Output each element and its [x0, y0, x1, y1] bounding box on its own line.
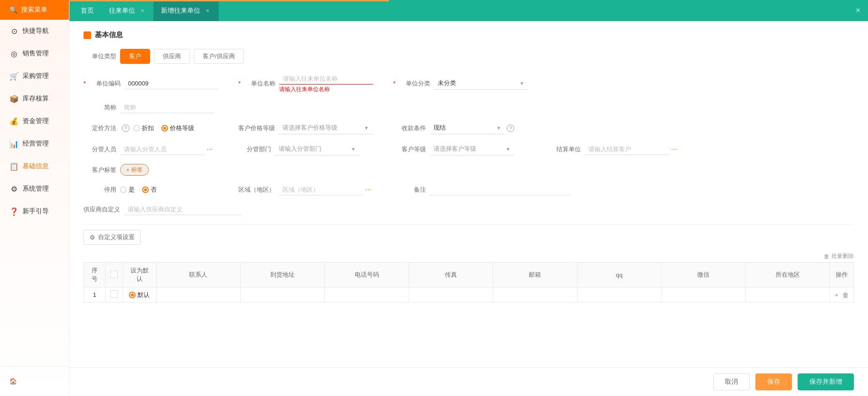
unit-type-supplier-btn[interactable]: 供应商	[154, 49, 190, 64]
contact-input[interactable]	[161, 291, 236, 298]
pricing-discount-label: 折扣	[142, 124, 154, 132]
table-header-row: 序号 设为默认 联系人 到货地址 电话号码 传真 邮箱 qq 微信 所在地区 操…	[84, 263, 854, 287]
short-name-label: 简称	[84, 103, 116, 112]
unit-code-label: 单位编码	[88, 79, 121, 88]
th-region: 所在地区	[746, 263, 830, 287]
sidebar-home-icon[interactable]: 🏠	[0, 371, 69, 391]
td-contact[interactable]	[156, 287, 240, 303]
region-input[interactable]	[279, 184, 363, 195]
disable-no-label: 否	[151, 186, 157, 194]
tag-add-btn[interactable]: + 标签	[120, 164, 149, 176]
manager-more-icon[interactable]: ···	[205, 145, 214, 154]
fax-input[interactable]	[414, 291, 488, 298]
custom-settings-label: 自定义项设置	[98, 233, 135, 241]
unit-name-input[interactable]	[279, 73, 373, 85]
search-menu[interactable]: 🔍 搜索菜单	[0, 0, 69, 20]
payment-terms-help-icon[interactable]: ?	[507, 124, 514, 132]
row-checkbox[interactable]	[110, 290, 118, 298]
customer-price-select[interactable]: 请选择客户价格等级 ▼	[279, 122, 373, 134]
sidebar-item-operations[interactable]: 📊 经营管理	[0, 132, 69, 155]
cancel-button[interactable]: 取消	[713, 373, 750, 390]
td-wechat[interactable]	[662, 287, 746, 303]
td-region[interactable]	[746, 287, 830, 303]
pricing-radio-group: 折扣 价格等级	[133, 124, 194, 132]
tag-add-icon: +	[126, 167, 129, 173]
customer-price-arrow-icon: ▼	[364, 125, 369, 131]
table-region-input[interactable]	[750, 291, 824, 298]
tab-bar: 首页 往来单位 × 新增往来单位 × ×	[69, 0, 868, 21]
tab-home[interactable]: 首页	[73, 0, 101, 21]
tab-partners-close[interactable]: ×	[139, 7, 146, 15]
tab-new-partner-close[interactable]: ×	[204, 7, 211, 15]
pricing-discount-radio[interactable]: 折扣	[133, 124, 154, 132]
unit-type-customer-btn[interactable]: 客户	[120, 49, 150, 64]
td-fax[interactable]	[409, 287, 493, 303]
settlement-unit-more-icon[interactable]: ···	[669, 145, 679, 154]
unit-category-select[interactable]: 未分类 ▼	[434, 77, 528, 90]
phone-input[interactable]	[329, 291, 404, 298]
supplier-custom-label: 供应商自定义	[84, 205, 120, 214]
customer-level-select[interactable]: 请选择客户等级 ▼	[430, 143, 514, 155]
sidebar-item-purchase[interactable]: 🛒 采购管理	[0, 65, 69, 87]
th-seq: 序号	[84, 263, 106, 287]
default-radio-wrap[interactable]: 默认	[128, 291, 152, 299]
section-title-text: 基本信息	[95, 31, 123, 39]
remark-input[interactable]	[430, 184, 571, 195]
default-radio-circle	[129, 292, 136, 298]
sidebar-item-guide[interactable]: ❓ 新手引导	[0, 200, 69, 223]
customer-level-item: 客户等级 请选择客户等级 ▼	[393, 143, 534, 155]
department-select[interactable]: 请输入分管部门 ▼	[275, 143, 359, 155]
pricing-method-label: 定价方法	[84, 124, 116, 132]
custom-settings-btn[interactable]: ⚙ 自定义项设置	[84, 230, 141, 245]
tab-new-partner[interactable]: 新增往来单位 ×	[153, 0, 219, 21]
sidebar-item-system[interactable]: ⚙ 系统管理	[0, 178, 69, 200]
unit-type-both-btn[interactable]: 客户/供应商	[194, 49, 244, 64]
sidebar: 🔍 搜索菜单 ⊙ 快捷导航 ◎ 销售管理 🛒 采购管理 📦 库存核算 💰 资金管…	[0, 0, 69, 396]
pricing-discount-circle	[133, 125, 140, 132]
sidebar-item-basics[interactable]: 📋 基础信息	[0, 155, 69, 178]
th-wechat: 微信	[662, 263, 746, 287]
manager-item: 分管人员 ···	[84, 144, 224, 155]
disable-radio-group: 是 否	[120, 186, 157, 194]
save-and-new-button[interactable]: 保存并新增	[798, 373, 854, 390]
region-more-icon[interactable]: ···	[363, 186, 373, 194]
th-email: 邮箱	[493, 263, 577, 287]
form-content: 基本信息 单位类型 客户 供应商 客户/供应商 * 单位编码 *	[69, 21, 868, 367]
system-icon: ⚙	[9, 184, 19, 194]
email-input[interactable]	[498, 291, 572, 298]
save-button[interactable]: 保存	[755, 373, 792, 390]
sidebar-item-finance[interactable]: 💰 资金管理	[0, 110, 69, 132]
disable-no-radio[interactable]: 否	[142, 186, 157, 194]
short-name-input[interactable]	[120, 102, 214, 113]
supplier-custom-item: 供应商自定义	[84, 204, 241, 215]
payment-terms-select[interactable]: 现结 ▼	[430, 122, 505, 134]
pricing-method-help-icon[interactable]: ?	[122, 124, 129, 132]
unit-code-input[interactable]	[124, 78, 218, 89]
address-input[interactable]	[245, 291, 320, 298]
td-email[interactable]	[493, 287, 577, 303]
disable-yes-radio[interactable]: 是	[120, 186, 135, 194]
sidebar-item-quick-nav[interactable]: ⊙ 快捷导航	[0, 20, 69, 42]
td-qq[interactable]	[577, 287, 661, 303]
header-checkbox[interactable]	[110, 271, 118, 278]
manager-input[interactable]	[120, 144, 205, 155]
wechat-input[interactable]	[666, 291, 740, 298]
department-item: 分管部门 请输入分管部门 ▼	[238, 143, 379, 155]
sidebar-item-inventory[interactable]: 📦 库存核算	[0, 87, 69, 110]
qq-input[interactable]	[582, 291, 656, 298]
sidebar-item-label: 采购管理	[23, 72, 49, 80]
tab-partners[interactable]: 往来单位 ×	[101, 0, 153, 21]
batch-delete-area[interactable]: 🗑 批量删除	[84, 252, 854, 260]
unit-category-arrow-icon: ▼	[519, 81, 524, 86]
row-add-icon[interactable]: +	[835, 291, 838, 299]
supplier-custom-row: 供应商自定义	[84, 204, 854, 215]
td-address[interactable]	[241, 287, 325, 303]
settlement-unit-input[interactable]	[585, 144, 669, 155]
pricing-level-radio[interactable]: 价格等级	[161, 124, 194, 132]
td-phone[interactable]	[325, 287, 409, 303]
supplier-custom-input[interactable]	[124, 204, 241, 215]
sidebar-item-sales[interactable]: ◎ 销售管理	[0, 42, 69, 65]
row-delete-icon[interactable]: 🗑	[842, 291, 849, 299]
tab-bar-close-btn[interactable]: ×	[855, 6, 860, 16]
sales-icon: ◎	[9, 49, 19, 58]
